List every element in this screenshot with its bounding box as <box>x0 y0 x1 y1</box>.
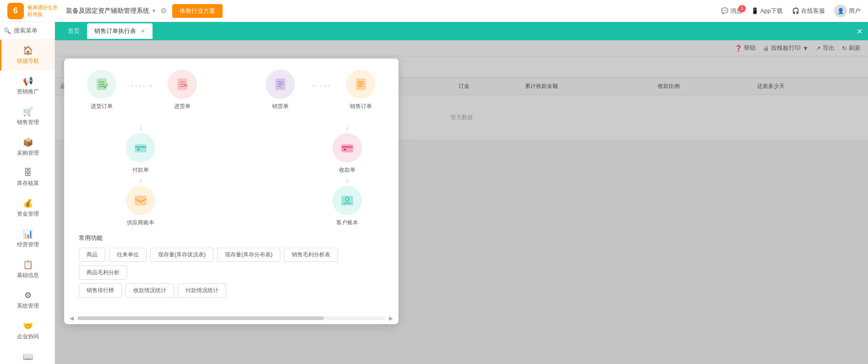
sidebar-item-newbie[interactable]: 📖 新手引导 <box>0 346 55 364</box>
func-buttons-row1: 商品 往来单位 现存量(库存状况表) 现存量(库存分布表) 销售毛利分析表 商品… <box>79 248 384 280</box>
tabbar: 首页 销售订单执行表 ✕ ✕ <box>55 22 868 40</box>
enterprise-icon: 🤝 <box>23 321 33 331</box>
message-badge: 5 <box>738 5 746 12</box>
sidebar-item-system[interactable]: ⚙ 系统管理 <box>0 285 55 315</box>
sales-bill-icon <box>266 70 295 99</box>
sidebar-item-marketing[interactable]: 📢 营销推广 <box>0 71 55 101</box>
system-title: 装备及固定资产辅助管理系统 ▼ <box>66 7 157 15</box>
scroll-right-icon[interactable]: ▶ <box>389 315 393 321</box>
modal-overlay: 进货订单 - - - - → <box>55 40 868 364</box>
home-icon: 🏠 <box>23 45 33 55</box>
flow-item-purchase-order[interactable]: 进货订单 <box>79 70 125 110</box>
down-arrow-payment: ↓ <box>139 176 142 184</box>
system-dropdown-arrow[interactable]: ▼ <box>151 8 157 14</box>
svg-rect-18 <box>137 149 140 150</box>
down-arrow-receipt: ↓ <box>345 176 349 184</box>
payment-icon <box>126 133 155 163</box>
scroll-left-icon[interactable]: ◀ <box>70 315 74 321</box>
func-btn-receipt-stat[interactable]: 收款情况统计 <box>126 283 174 298</box>
avatar: 👤 <box>834 5 847 17</box>
common-func: 常用功能 商品 往来单位 现存量(库存状况表) 现存量(库存分布表) 销售毛利分… <box>79 234 384 298</box>
flow-col-right: ↓ 收款单 <box>324 121 384 227</box>
svg-rect-20 <box>342 145 353 152</box>
purchase-icon: 📦 <box>23 137 33 147</box>
topbar: 6 畅康通好生意 标准版 装备及固定资产辅助管理系统 ▼ ⚙ 体验行业方案 💬 … <box>0 0 868 22</box>
sidebar-item-enterprise[interactable]: 🤝 企业协同 <box>0 315 55 346</box>
purchase-order-icon <box>87 70 116 99</box>
service-icon: 🎧 <box>792 7 799 14</box>
flow-item-supplier[interactable]: 供应商账本 <box>118 186 164 227</box>
purchase-order-label: 进货订单 <box>91 103 113 110</box>
flow-item-sales-bill[interactable]: 销货单 <box>257 70 303 110</box>
logo: 6 畅康通好生意 标准版 <box>7 3 62 19</box>
topbar-right: 💬 消息 5 📱 App下载 🎧 在线客服 👤 用户 <box>721 5 861 17</box>
arrow-purchase-to-bill: - - - - → <box>125 82 159 98</box>
flow-item-customer[interactable]: 客户账本 <box>324 186 370 227</box>
tab-sales-order[interactable]: 销售订单执行表 ✕ <box>87 23 153 39</box>
finance-icon: 💰 <box>23 198 33 208</box>
sales-bill-label: 销货单 <box>272 103 289 110</box>
flow-col-left: ↓ 付款单 <box>79 121 161 227</box>
sales-icon: 🛒 <box>23 107 33 117</box>
func-btn-contacts[interactable]: 往来单位 <box>109 248 147 262</box>
func-btn-sales-profit[interactable]: 销售毛利分析表 <box>284 248 338 262</box>
experience-btn[interactable]: 体验行业方案 <box>172 4 223 18</box>
close-all-tabs-icon[interactable]: ✕ <box>857 27 863 36</box>
func-btn-inventory-dist[interactable]: 现存量(库存分布表) <box>217 248 280 262</box>
scrollbar-track <box>77 316 385 320</box>
tab-close-icon[interactable]: ✕ <box>141 28 145 34</box>
supplier-icon <box>126 186 155 215</box>
receipt-label: 收款单 <box>339 166 355 174</box>
sidebar-item-purchase[interactable]: 📦 采购管理 <box>0 132 55 163</box>
newbie-icon: 📖 <box>23 352 33 362</box>
online-service-btn[interactable]: 🎧 在线客服 <box>792 7 825 15</box>
content-area: ❓ 帮助 🖨 按模板打印 ▼ ↗ 导出 ↻ 刷新 <box>55 40 868 364</box>
arrow-sales-order-to-bill: ← - - - <box>303 82 338 98</box>
func-btn-inventory-status[interactable]: 现存量(库存状况表) <box>150 248 213 262</box>
logo-text: 畅康通好生意 标准版 <box>27 4 58 17</box>
message-btn[interactable]: 💬 消息 5 <box>721 7 742 15</box>
purchase-bill-label: 进货单 <box>174 103 191 110</box>
layout: 🔍 搜索菜单 🏠 快捷导航 📢 营销推广 🛒 销售管理 📦 采购管理 🗄 库存核… <box>0 22 868 364</box>
down-arrow-purchase: ↓ <box>139 123 142 131</box>
logo-icon: 6 <box>7 3 24 19</box>
gear-icon[interactable]: ⚙ <box>160 6 167 15</box>
inventory-icon: 🗄 <box>24 168 32 178</box>
flow-item-payment[interactable]: 付款单 <box>118 133 164 174</box>
sidebar-item-operation[interactable]: 📊 经营管理 <box>0 223 55 254</box>
func-btn-goods[interactable]: 商品 <box>79 248 105 262</box>
sidebar: 🔍 搜索菜单 🏠 快捷导航 📢 营销推广 🛒 销售管理 📦 采购管理 🗄 库存核… <box>0 22 55 364</box>
func-btn-payment-stat[interactable]: 付款情况统计 <box>178 283 226 298</box>
down-arrow-sales: ↓ <box>345 123 349 131</box>
common-func-title: 常用功能 <box>79 234 384 242</box>
func-buttons-row2: 销售排行榜 收款情况统计 付款情况统计 <box>79 283 384 298</box>
sidebar-item-sales[interactable]: 🛒 销售管理 <box>0 101 55 132</box>
app-download-btn[interactable]: 📱 App下载 <box>751 7 783 15</box>
flow-item-receipt[interactable]: 收款单 <box>324 133 370 174</box>
tab-home[interactable]: 首页 <box>60 23 87 39</box>
sidebar-item-inventory[interactable]: 🗄 库存核算 <box>0 163 55 193</box>
sidebar-search[interactable]: 🔍 搜索菜单 <box>0 22 55 40</box>
sales-order-icon <box>346 70 376 99</box>
modal-body: 进货订单 - - - - → <box>64 59 399 312</box>
purchase-bill-icon <box>168 70 197 99</box>
func-btn-goods-profit[interactable]: 商品毛利分析 <box>79 266 127 280</box>
sidebar-item-quick-nav[interactable]: 🏠 快捷导航 <box>0 40 55 71</box>
system-icon: ⚙ <box>24 290 32 300</box>
flow-item-purchase-bill[interactable]: 进货单 <box>159 70 205 110</box>
marketing-icon: 📢 <box>23 76 33 86</box>
sidebar-item-basic-info[interactable]: 📋 基础信息 <box>0 254 55 285</box>
flow-item-sales-order[interactable]: 销售订单 <box>338 70 384 110</box>
basic-info-icon: 📋 <box>23 260 33 270</box>
svg-rect-16 <box>135 145 146 152</box>
customer-label: 客户账本 <box>336 219 358 227</box>
user-menu[interactable]: 👤 用户 <box>834 5 861 17</box>
main: 首页 销售订单执行表 ✕ ✕ ❓ 帮助 🖨 按模板打印 ▼ <box>55 22 868 364</box>
flow-modal: 进货订单 - - - - → <box>64 59 399 324</box>
scrollbar-thumb <box>77 316 324 320</box>
modal-scrollbar: ◀ ▶ <box>64 312 399 324</box>
flow-row-1: 进货订单 - - - - → <box>79 70 384 110</box>
func-btn-sales-rank[interactable]: 销售排行榜 <box>79 283 122 298</box>
sidebar-item-finance[interactable]: 💰 资金管理 <box>0 193 55 223</box>
receipt-icon <box>333 133 362 163</box>
